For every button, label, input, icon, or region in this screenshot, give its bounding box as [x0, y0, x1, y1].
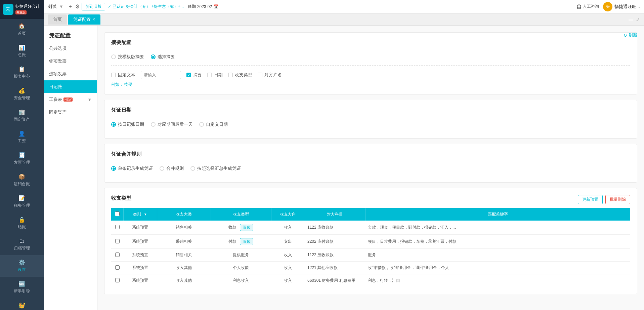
- checkbox-summary[interactable]: ✓ 摘要: [186, 72, 202, 78]
- radio-circle-period: [151, 122, 156, 127]
- merge-section: 凭证合并规则 单条记录生成凭证 合并规则 按照选择汇总生成凭证: [104, 144, 637, 183]
- table-row: 系统预置 销售相关 收款 置顶 收入 1122 应收账款 欠款，现金，项目款，到…: [111, 221, 630, 235]
- table-header-major: 收支大类: [157, 208, 211, 221]
- fixed-text-input[interactable]: [141, 71, 181, 79]
- income-expense-table: 类别 ▼ 收支大类 收支类型 收支方向: [111, 208, 630, 287]
- settings-gear-icon[interactable]: ⚙: [75, 3, 80, 10]
- sidebar-item-guide[interactable]: 🆕 新手引导: [0, 277, 44, 298]
- sidebar-item-home[interactable]: 🏠 首页: [0, 19, 44, 40]
- radio-custom-date[interactable]: 自定义日期: [199, 121, 228, 127]
- close-period-icon: 🔒: [18, 217, 25, 223]
- row-type-4: 利息收入: [211, 274, 271, 287]
- radio-merge-rule[interactable]: 合并规则: [160, 165, 184, 171]
- tab-home[interactable]: 首页: [48, 14, 67, 25]
- row-checkbox-0[interactable]: [115, 225, 120, 229]
- radio-circle-total: [190, 166, 195, 171]
- table-select-all-checkbox[interactable]: [115, 211, 120, 216]
- sidebar-item-salary[interactable]: 👤 工资: [0, 126, 44, 148]
- tag-btn-0[interactable]: 置顶: [240, 224, 253, 231]
- merge-radio-group: 单条记录生成凭证 合并规则 按照选择汇总生成凭证: [111, 165, 630, 171]
- sidebar-item-purchase[interactable]: 📦 进销台账: [0, 169, 44, 191]
- sub-sidebar-item-fixed-assets[interactable]: 固定资产: [44, 106, 97, 119]
- settings-icon: ⚙️: [18, 259, 25, 266]
- income-expense-title: 收支类型: [111, 195, 131, 204]
- sidebar-item-tax[interactable]: 📝 税务管理: [0, 191, 44, 212]
- sidebar-item-archive[interactable]: 🗂 归档管理: [0, 234, 44, 255]
- logo-title: 畅捷通好会计: [15, 4, 40, 9]
- row-account-3: 1221 其他应收款: [305, 262, 365, 274]
- plus-icon[interactable]: ＋: [68, 3, 73, 10]
- sub-sidebar-item-purchase[interactable]: 进项发票: [44, 68, 97, 80]
- calendar-icon[interactable]: 📅: [213, 4, 218, 9]
- home-icon: 🏠: [18, 23, 25, 29]
- sidebar-item-assets[interactable]: 🏢 固定资产: [0, 105, 44, 126]
- row-direction-0: 收入: [271, 221, 305, 235]
- headset-icon: 🎧: [576, 4, 582, 9]
- sidebar-item-invoice[interactable]: 🧾 发票管理: [0, 148, 44, 169]
- radio-template-summary[interactable]: 按模板版摘要: [111, 54, 144, 60]
- service-btn[interactable]: 🎧 人工咨询: [576, 4, 599, 9]
- row-direction-1: 支出: [271, 235, 305, 249]
- checkbox-type[interactable]: 收支类型: [228, 72, 252, 78]
- row-account-0: 1122 应收账款: [305, 221, 365, 235]
- table-header-type: 收支类型: [211, 208, 271, 221]
- type-checkbox: [228, 73, 233, 77]
- row-major-1: 采购相关: [157, 235, 211, 249]
- radio-journal-date[interactable]: 按日记账日期: [111, 121, 144, 127]
- logo-badge: 专业版: [15, 10, 27, 14]
- username: 畅捷通旺旺...: [614, 4, 640, 10]
- radio-select-summary[interactable]: 选择摘要: [151, 54, 175, 60]
- table-row: 系统预置 销售相关 提供服务 收入 1122 应收账款 服务: [111, 249, 630, 262]
- tab-voucher-config[interactable]: 凭证配置 ×: [68, 14, 100, 25]
- tab-minimize-btn[interactable]: —: [629, 17, 633, 22]
- switch-version-btn[interactable]: 切到旧版: [82, 3, 105, 10]
- period-label: 账期: [188, 4, 196, 9]
- good-biz: +好生意（标）+...: [152, 4, 184, 9]
- certified-status: 已认证: [113, 4, 125, 9]
- sub-sidebar-item-payroll[interactable]: 工资表 NEW ▼: [44, 93, 97, 106]
- row-checkbox-1[interactable]: [115, 239, 120, 243]
- avatar: 头: [603, 2, 612, 11]
- radio-total-generate[interactable]: 按照选择汇总生成凭证: [190, 165, 241, 171]
- tab-maximize-btn[interactable]: ⤢: [636, 17, 640, 22]
- row-checkbox-3[interactable]: [115, 265, 120, 270]
- sidebar-item-member[interactable]: 👑 畅会员: [0, 298, 44, 310]
- tag-btn-1[interactable]: 置顶: [240, 238, 253, 245]
- example-text: 例如： 摘要: [111, 82, 630, 87]
- assets-icon: 🏢: [18, 109, 25, 115]
- row-checkbox-4[interactable]: [115, 278, 120, 282]
- fixed-text-checkbox: [111, 73, 116, 77]
- funds-icon: 💰: [18, 87, 25, 94]
- refresh-btn[interactable]: ↻ 刷新: [624, 32, 637, 38]
- tab-close-icon[interactable]: ×: [93, 17, 95, 22]
- topbar-right: 🎧 人工咨询 头 畅捷通旺旺...: [576, 2, 640, 11]
- sub-sidebar-item-sales[interactable]: 销项发票: [44, 55, 97, 68]
- tab-bar: 首页 凭证配置 × — ⤢: [44, 13, 644, 26]
- checkbox-fixed-text[interactable]: 固定文本: [111, 72, 135, 78]
- sidebar-item-close[interactable]: 🔒 结账: [0, 212, 44, 234]
- sidebar-item-reports[interactable]: 📋 报表中心: [0, 62, 44, 83]
- reports-icon: 📋: [18, 66, 25, 72]
- checkbox-counterparty[interactable]: 对方户名: [258, 72, 282, 78]
- topbar-status: ✓ 已认证 好会计（专） +好生意（标）+... 账期 2023-02 📅: [108, 4, 218, 9]
- user-info: 头 畅捷通旺旺...: [603, 2, 640, 11]
- sub-sidebar-item-journal[interactable]: 日记账: [44, 80, 97, 93]
- company-dropdown-icon[interactable]: ▼: [59, 4, 63, 9]
- row-checkbox-2[interactable]: [115, 253, 120, 257]
- sub-sidebar: 凭证配置 公共选项 销项发票 进项发票 日记账 工资表 NEW ▼: [44, 26, 97, 310]
- radio-single-record[interactable]: 单条记录生成凭证: [111, 165, 153, 171]
- sub-sidebar-item-public[interactable]: 公共选项: [44, 42, 97, 55]
- sidebar-item-ledger[interactable]: 📊 总账: [0, 40, 44, 62]
- row-category-3: 系统预置: [123, 262, 157, 274]
- sidebar-item-settings[interactable]: ⚙️ 设置: [0, 255, 44, 277]
- batch-delete-btn[interactable]: 批量删除: [605, 195, 630, 204]
- sidebar-item-funds[interactable]: 💰 资金管理: [0, 83, 44, 105]
- radio-period-last[interactable]: 对应期间最后一天: [151, 121, 192, 127]
- tax-icon: 📝: [18, 195, 25, 201]
- update-preset-btn[interactable]: 更新预置: [578, 195, 603, 204]
- checkbox-date[interactable]: 日期: [207, 72, 223, 78]
- new-badge: NEW: [63, 98, 73, 102]
- row-keywords-0: 欠款，现金，项目款，到付款，报销款，汇入，...: [365, 221, 630, 235]
- date-radio-group: 按日记账日期 对应期间最后一天 自定义日期: [111, 121, 630, 127]
- row-keywords-3: 收到*借款，收到*备用金，退回*备用金，个人: [365, 262, 630, 274]
